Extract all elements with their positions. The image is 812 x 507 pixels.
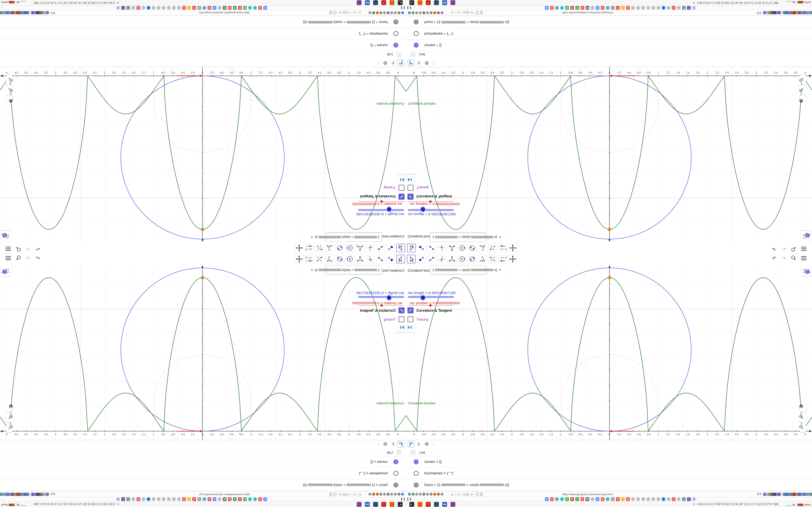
bookmark-favicon[interactable]: G xyxy=(263,497,267,501)
plot-canvas[interactable]: -4-3.8-3.6-3.4-3.2-3-2.8-2.6-2.4-2.2-2-1… xyxy=(406,67,812,242)
tool-polygon-button[interactable] xyxy=(448,243,456,252)
taskbar-app-icon[interactable] xyxy=(390,502,394,507)
extension-icon[interactable] xyxy=(415,493,418,496)
search-icon[interactable] xyxy=(790,244,798,252)
bookmark-favicon[interactable] xyxy=(132,497,135,501)
visibility-toggle-hollow[interactable] xyxy=(394,31,398,36)
extension-icon[interactable] xyxy=(376,493,379,496)
function-selector-dropdown[interactable]: 1.000000000000 + cos(4.000000000000 x) ▼ xyxy=(326,233,382,242)
page-action-dot-icon[interactable] xyxy=(463,11,465,13)
bookmark-favicon[interactable] xyxy=(162,6,165,10)
graphics-view[interactable]: -4-3.8-3.6-3.4-3.2-3-2.8-2.6-2.4-2.2-2-1… xyxy=(406,265,812,440)
bookmark-favicon[interactable] xyxy=(555,6,559,10)
bookmark-favicon[interactable]: G xyxy=(243,6,247,10)
tool-reflect-button[interactable] xyxy=(315,255,324,264)
taskbar-app-icon[interactable]: 64 xyxy=(442,0,447,5)
bookmark-favicon[interactable]: G xyxy=(243,497,247,501)
bookmark-favicon[interactable]: V xyxy=(575,497,579,501)
bookmark-favicon[interactable]: G xyxy=(550,6,554,10)
gear-icon[interactable]: ⚙ xyxy=(382,441,389,447)
taskbar-app-icon[interactable]: * xyxy=(426,502,430,507)
page-action-dot-icon[interactable] xyxy=(356,494,358,496)
bookmark-favicon[interactable] xyxy=(677,6,680,10)
bookmark-favicon[interactable] xyxy=(662,6,665,10)
redo-icon[interactable]: ↷ xyxy=(780,255,788,263)
extension-icon[interactable] xyxy=(419,493,422,496)
bookmark-favicon[interactable]: i xyxy=(197,497,201,501)
taskbar-app-icon[interactable]: >_ xyxy=(398,0,403,5)
bookmark-favicon[interactable]: G xyxy=(258,497,262,501)
extension-icon[interactable] xyxy=(390,11,393,14)
algebra-group-header[interactable]: − List xyxy=(406,51,425,58)
graphics-stylebar-toggle[interactable] xyxy=(801,231,812,241)
taskbar-app-icon[interactable]: 64 xyxy=(442,502,447,507)
zoom-out-button[interactable] xyxy=(799,425,807,433)
shield-icon[interactable] xyxy=(475,493,479,496)
bookmark-favicon[interactable]: R xyxy=(192,497,196,501)
bookmark-favicon[interactable]: f xyxy=(121,6,125,10)
tool-move-view-button[interactable] xyxy=(295,243,304,252)
tool-polygon-button[interactable] xyxy=(448,255,456,264)
extension-icon[interactable] xyxy=(368,11,371,14)
extension-icon[interactable] xyxy=(441,11,444,14)
extension-icon[interactable] xyxy=(437,493,440,496)
bookmark-favicon[interactable]: i xyxy=(611,6,615,10)
bookmark-favicon[interactable]: ! xyxy=(187,497,191,501)
kebab-menu-icon[interactable]: ⋮ xyxy=(376,60,381,66)
bookmark-favicon[interactable]: W xyxy=(586,497,589,501)
bookmark-favicon[interactable]: G xyxy=(565,6,569,10)
tool-perpendicular-button[interactable] xyxy=(438,255,446,264)
bookmark-favicon[interactable]: G xyxy=(672,6,675,10)
visibility-toggle-filled-purple[interactable] xyxy=(394,459,398,464)
extension-icon[interactable] xyxy=(394,493,397,496)
page-action-dot-icon[interactable] xyxy=(350,494,352,496)
collapse-icon[interactable]: − xyxy=(411,53,415,57)
menu-icon[interactable] xyxy=(4,244,12,252)
bookmark-favicon[interactable] xyxy=(147,497,150,501)
bookmark-favicon[interactable]: R xyxy=(616,6,620,10)
arc-length-slider[interactable] xyxy=(358,209,404,211)
tool-circle-button[interactable] xyxy=(346,255,354,264)
function-selector-dropdown[interactable]: 1.000000000000 + cos(4.000000000000 x) ▼ xyxy=(430,265,486,274)
lock-icon[interactable] xyxy=(329,493,332,496)
algebra-row-curves[interactable]: curves = {} xyxy=(406,456,812,468)
bookmark-favicon[interactable] xyxy=(218,6,221,10)
kebab-menu-icon[interactable]: ⋮ xyxy=(431,441,436,447)
bookmark-favicon[interactable]: G xyxy=(182,497,186,501)
bookmark-favicon[interactable] xyxy=(116,497,120,501)
extension-icon[interactable] xyxy=(387,11,390,14)
tool-slider-button[interactable]: a = 2 xyxy=(498,255,507,264)
collapse-icon[interactable]: − xyxy=(397,53,401,57)
bookmark-favicon[interactable] xyxy=(253,6,257,10)
bookmark-favicon[interactable]: G xyxy=(601,6,604,10)
bookmark-favicon[interactable] xyxy=(642,497,645,501)
bookmark-favicon[interactable]: R xyxy=(570,497,574,501)
extension-icon[interactable] xyxy=(430,493,433,496)
taskbar-app-icon[interactable] xyxy=(434,502,439,507)
visibility-toggle-filled-purple[interactable] xyxy=(394,43,398,48)
bookmark-favicon[interactable] xyxy=(647,497,650,501)
folder-icon[interactable] xyxy=(466,11,469,14)
taskbar-app-icon[interactable] xyxy=(390,0,394,5)
zoom-out-button[interactable] xyxy=(799,74,807,82)
bookmark-favicon[interactable]: G xyxy=(208,6,211,10)
play-animation-button[interactable] xyxy=(397,175,405,182)
search-icon[interactable] xyxy=(790,255,798,263)
extension-icon[interactable] xyxy=(419,11,422,14)
algebra-group-header[interactable]: − List xyxy=(406,449,425,456)
algebra-row-funcs[interactable]: funcs = {1.000000000000 + cos(4.00000000… xyxy=(0,16,406,28)
collapse-icon[interactable]: − xyxy=(411,450,415,454)
arc-position-slider-knob[interactable] xyxy=(429,304,432,306)
bookmark-favicon[interactable] xyxy=(652,497,655,501)
tool-ellipse-button[interactable] xyxy=(336,243,344,252)
bookmark-favicon[interactable]: f xyxy=(687,6,691,10)
bookmark-favicon[interactable] xyxy=(657,497,660,501)
arc-position-slider[interactable] xyxy=(358,305,404,306)
extension-icon[interactable] xyxy=(412,493,414,496)
tool-angle-button[interactable]: α xyxy=(478,255,487,264)
bookmark-favicon[interactable] xyxy=(203,6,206,10)
lock-icon[interactable] xyxy=(480,11,483,14)
extension-icon[interactable] xyxy=(379,11,382,14)
undo-icon[interactable]: ↶ xyxy=(34,255,42,263)
algebra-row-funcs[interactable]: funcs = {1.000000000000 + cos(4.00000000… xyxy=(406,16,812,28)
